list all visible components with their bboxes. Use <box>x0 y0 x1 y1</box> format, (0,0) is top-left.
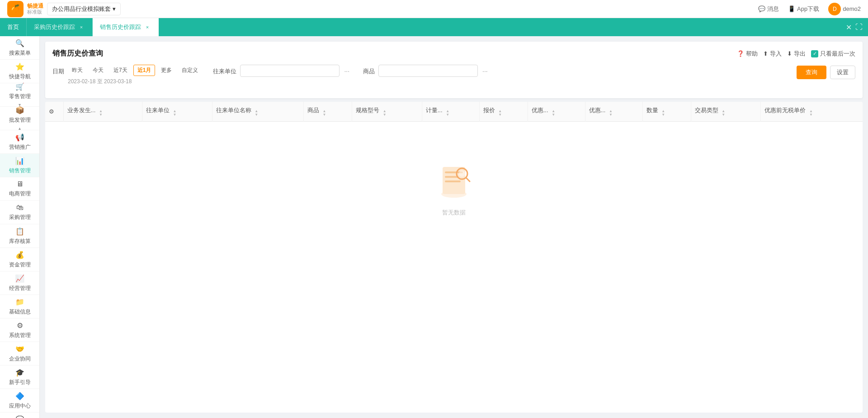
sidebar-item-wholesale[interactable]: 📦 批发管理 ▴ <box>0 107 39 130</box>
table-col-pre-tax-price[interactable]: 优惠前无税单价 ▲ ▼ <box>761 102 863 122</box>
sidebar-item-operations[interactable]: 📈 经营管理 <box>0 271 39 295</box>
sidebar-item-enterprise[interactable]: 🤝 企业协同 <box>0 342 39 366</box>
sidebar-enterprise-label: 企业协同 <box>9 355 31 363</box>
top-bar-left: 🍊 畅捷通 标准版 办公用品行业模拟账套 ▾ <box>7 1 121 17</box>
product-input-group: ··· <box>378 65 491 77</box>
message-action[interactable]: 💬 消息 <box>758 5 779 13</box>
sidebar: 🔍 搜索菜单 ⭐ 快捷导航 🛒 零售管理 ▾ 📦 批发管理 ▴ 📢 营销推广 📊… <box>0 36 40 418</box>
table-col-trade-type[interactable]: 交易类型 ▲ ▼ <box>691 102 761 122</box>
table-col-spec[interactable]: 规格型号 ▲ ▼ <box>352 102 422 122</box>
product-filter-group: 商品 ··· <box>363 65 491 77</box>
table-col-discount1[interactable]: 优惠... ▲ ▼ <box>528 102 585 122</box>
sort-arrows-discount2: ▲ ▼ <box>609 109 613 117</box>
brand-version: 标准版 <box>27 9 43 15</box>
sidebar-item-finance[interactable]: 💰 资金管理 <box>0 248 39 271</box>
tab-purchase-history[interactable]: 采购历史价跟踪 × <box>27 18 93 36</box>
top-bar: 🍊 畅捷通 标准版 办公用品行业模拟账套 ▾ 💬 消息 📱 App下载 D de… <box>0 0 868 18</box>
sidebar-item-marketing[interactable]: 📢 营销推广 <box>0 130 39 154</box>
table-col-counterparty-code[interactable]: 往来单位 ▲ ▼ <box>142 102 212 122</box>
product-dots[interactable]: ··· <box>480 66 491 76</box>
app-download-action[interactable]: 📱 App下载 <box>788 5 819 13</box>
app-selector[interactable]: 办公用品行业模拟账套 ▾ <box>47 3 121 15</box>
table-col-quantity[interactable]: 数量 ▲ ▼ <box>642 102 691 122</box>
sidebar-item-purchase[interactable]: 🛍 采购管理 <box>0 201 39 224</box>
date-btn-1month[interactable]: 近1月 <box>133 65 156 76</box>
sort-arrows-pre-tax-price: ▲ ▼ <box>809 109 813 117</box>
counterparty-filter-group: 往来单位 ··· <box>213 65 352 77</box>
sort-arrows-quantity: ▲ ▼ <box>661 109 665 117</box>
table-col-discount2[interactable]: 优惠... ▲ ▼ <box>585 102 642 122</box>
sidebar-item-system[interactable]: ⚙ 系统管理 <box>0 318 39 342</box>
sidebar-search-label: 搜索菜单 <box>9 49 31 57</box>
table-header: ⚙ 业务发生... ▲ ▼ 往来单位 ▲ <box>45 102 863 122</box>
sidebar-shortcuts-label: 快捷导航 <box>9 73 31 81</box>
tab-sales-history[interactable]: 销售历史价跟踪 × <box>93 18 159 36</box>
counterparty-dots[interactable]: ··· <box>341 66 352 76</box>
export-action[interactable]: ⬇ 导出 <box>787 50 806 58</box>
sidebar-item-search[interactable]: 🔍 搜索菜单 <box>0 36 39 60</box>
help-action[interactable]: ❓ 帮助 <box>737 50 758 58</box>
sidebar-item-retail[interactable]: 🛒 零售管理 ▾ <box>0 83 39 107</box>
sort-arrows-discount1: ▲ ▼ <box>552 109 555 117</box>
tab-sales-close-icon[interactable]: × <box>144 24 151 31</box>
sidebar-item-shortcuts[interactable]: ⭐ 快捷导航 <box>0 60 39 83</box>
table-col-business-date[interactable]: 业务发生... ▲ ▼ <box>63 102 142 122</box>
app-selector-label: 办公用品行业模拟账套 <box>52 5 111 13</box>
page-title-actions: ❓ 帮助 ⬆ 导入 ⬇ 导出 ✓ 只看最后一次 <box>737 50 855 58</box>
empty-svg-icon <box>431 158 476 203</box>
finance-icon: 💰 <box>15 251 24 259</box>
sales-icon: 📊 <box>15 157 24 165</box>
sidebar-item-wechat[interactable]: 💬 企业微信 <box>0 413 39 418</box>
export-icon: ⬇ <box>787 50 792 57</box>
user-action[interactable]: D demo2 <box>828 3 861 15</box>
table-header-row: ⚙ 业务发生... ▲ ▼ 往来单位 ▲ <box>45 102 863 122</box>
sidebar-item-appstore[interactable]: 🔷 应用中心 <box>0 389 39 413</box>
date-btn-custom[interactable]: 自定义 <box>178 65 202 76</box>
star-icon: ⭐ <box>15 62 24 71</box>
tab-bar-actions: ✕ ⛶ <box>840 23 868 32</box>
date-btn-yesterday[interactable]: 昨天 <box>68 65 87 76</box>
top-bar-right: 💬 消息 📱 App下载 D demo2 <box>758 3 861 15</box>
date-btn-today[interactable]: 今天 <box>89 65 108 76</box>
sidebar-item-guide[interactable]: 🎓 新手引导 <box>0 366 39 389</box>
setting-button[interactable]: 设置 <box>830 66 855 79</box>
only-last-toggle[interactable]: ✓ 只看最后一次 <box>811 50 855 58</box>
sidebar-item-inventory[interactable]: 📋 库存核算 <box>0 224 39 248</box>
counterparty-input[interactable] <box>240 65 340 77</box>
date-btn-7days[interactable]: 近7天 <box>109 65 132 76</box>
query-button[interactable]: 查询 <box>797 66 826 79</box>
table-col-unit[interactable]: 计量... ▲ ▼ <box>422 102 479 122</box>
table-col-quoted-price[interactable]: 报价 ▲ ▼ <box>479 102 528 122</box>
logo-icon: 🍊 <box>10 5 20 13</box>
sidebar-item-basic[interactable]: 📁 基础信息 <box>0 295 39 318</box>
table-col-product[interactable]: 商品 ▲ ▼ <box>303 102 352 122</box>
sidebar-wholesale-label: 批发管理 <box>9 116 31 124</box>
empty-illustration <box>431 158 476 203</box>
enterprise-icon: 🤝 <box>15 345 24 353</box>
page-title: 销售历史价查询 <box>52 49 103 58</box>
close-all-tabs-icon[interactable]: ✕ <box>846 23 852 32</box>
tab-bar: 首页 采购历史价跟踪 × 销售历史价跟踪 × ✕ ⛶ <box>0 18 868 36</box>
wechat-icon: 💬 <box>15 415 24 418</box>
retail-icon: 🛒 <box>15 82 24 91</box>
marketing-icon: 📢 <box>15 133 24 142</box>
basic-icon: 📁 <box>15 298 24 306</box>
date-btn-more[interactable]: 更多 <box>157 65 176 76</box>
import-action[interactable]: ⬆ 导入 <box>763 50 782 58</box>
guide-icon: 🎓 <box>15 368 24 377</box>
tab-home-label: 首页 <box>7 23 19 31</box>
tab-purchase-close-icon[interactable]: × <box>78 24 85 31</box>
sort-arrows-counterparty-name: ▲ ▼ <box>255 109 258 117</box>
sidebar-item-ecommerce[interactable]: 🖥 电商管理 <box>0 177 39 201</box>
table-col-counterparty-name[interactable]: 往来单位名称 ▲ ▼ <box>212 102 303 122</box>
tab-home[interactable]: 首页 <box>0 18 27 36</box>
sidebar-item-sales[interactable]: 📊 销售管理 <box>0 154 39 177</box>
tab-sales-history-label: 销售历史价跟踪 <box>100 23 141 31</box>
message-label: 消息 <box>767 5 779 13</box>
product-input[interactable] <box>378 65 478 77</box>
table-col-settings[interactable]: ⚙ <box>45 102 63 122</box>
date-options: 昨天 今天 近7天 近1月 更多 自定义 2023-02-18 至 2023-0… <box>68 65 202 86</box>
fullscreen-icon[interactable]: ⛶ <box>855 23 863 31</box>
sidebar-appstore-label: 应用中心 <box>9 402 31 410</box>
filter-actions: 查询 设置 <box>797 66 855 79</box>
